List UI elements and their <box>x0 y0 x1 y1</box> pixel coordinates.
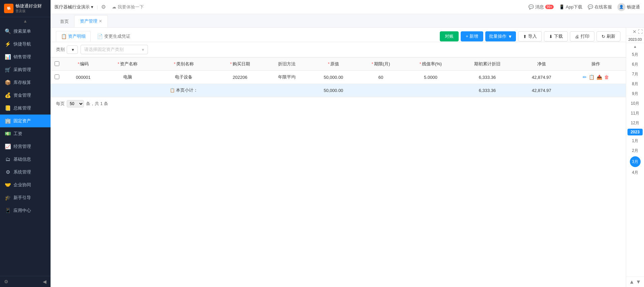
print-button[interactable]: 🖨 打印 <box>570 31 594 41</box>
app-logo-icon: 畅 <box>4 4 13 13</box>
sidebar-item-finance[interactable]: 💰 资金管理 <box>0 89 51 102</box>
messages-button[interactable]: 💬 消息 99+ <box>528 4 554 10</box>
company-selector[interactable]: 医疗器械行业演示 ▾ <box>55 4 93 10</box>
copy-button[interactable]: 📋 <box>589 74 594 80</box>
month-item-10[interactable]: 10月 <box>626 99 644 108</box>
asset-table: *编码 *资产名称 *类别名称 *购买日期 折旧方法 *原值 *期限(月) *残… <box>51 57 626 97</box>
tab-asset-mgmt[interactable]: 资产管理 ✕ <box>74 15 108 27</box>
reconcile-button[interactable]: 对账 <box>440 31 459 41</box>
month-item-1[interactable]: 1月 <box>626 136 644 146</box>
sidebar-item-sales[interactable]: 📊 销售管理 <box>0 51 51 63</box>
edit-button[interactable]: ✏ <box>583 74 587 80</box>
month-item-4[interactable]: 4月 <box>626 168 644 178</box>
ledger-icon: 📒 <box>5 105 11 111</box>
month-item-2[interactable]: 2月 <box>626 146 644 156</box>
tab-asset-mgmt-label: 资产管理 <box>80 18 97 24</box>
new-button[interactable]: + 新增 <box>461 31 483 41</box>
right-panel: ✕ ⛶ 2023.03 ▲ 5月 6月 7月 8月 9月 10月 11月 12月… <box>626 28 644 287</box>
sidebar-nav: ▲ 🔍 搜索菜单 ⚡ 快捷导航 📊 销售管理 🛒 采购管理 📦 库存核算 💰 资… <box>0 17 51 276</box>
month-item-8[interactable]: 8月 <box>626 79 644 89</box>
subtotal-original-value: 50,000.00 <box>309 84 358 97</box>
month-item-3[interactable]: 3月 <box>630 156 641 167</box>
right-panel-close-icon[interactable]: ✕ <box>633 29 637 34</box>
settings-icon[interactable]: ⚙ <box>4 279 8 284</box>
sidebar-scroll-up[interactable]: ▲ <box>0 17 51 25</box>
sidebar-item-label: 固定资产 <box>13 118 31 124</box>
month-item-12[interactable]: 12月 <box>626 118 644 128</box>
quicknav-icon: ⚡ <box>5 41 11 47</box>
category-input[interactable]: 请选择固定资产类别 ▾ <box>81 45 148 54</box>
online-service-button[interactable]: 💬 在线客服 <box>588 4 612 10</box>
sub-tab-asset-detail[interactable]: 📋 资产明细 <box>56 31 91 42</box>
refresh-button[interactable]: ↻ 刷新 <box>596 31 620 41</box>
export-button[interactable]: 📤 <box>596 74 602 80</box>
row-checkbox-cell <box>51 71 63 84</box>
sidebar-item-ledger[interactable]: 📒 总账管理 <box>0 102 51 115</box>
messages-icon: 💬 <box>528 4 534 9</box>
month-item-5[interactable]: 5月 <box>626 50 644 60</box>
collapse-icon[interactable]: ◀ <box>43 279 47 284</box>
per-page-select[interactable]: 50 10 20 100 <box>67 100 84 107</box>
col-period-months: *期限(月) <box>358 58 404 71</box>
month-prev-button[interactable]: ▲ <box>629 279 635 285</box>
sidebar-item-label: 新手引导 <box>13 195 31 201</box>
payroll-icon: 💵 <box>5 131 11 137</box>
print-label: 打印 <box>581 33 589 39</box>
month-item-11[interactable]: 11月 <box>626 108 644 118</box>
sales-icon: 📊 <box>5 54 11 60</box>
topbar-settings-icon[interactable]: ⚙ <box>101 4 106 10</box>
sidebar-item-search[interactable]: 🔍 搜索菜单 <box>0 25 51 38</box>
month-nav-up[interactable]: ▲ <box>626 43 644 50</box>
sidebar-item-quick-nav[interactable]: ⚡ 快捷导航 <box>0 38 51 51</box>
print-icon: 🖨 <box>575 34 579 39</box>
year-2023-label: 2023 <box>627 129 643 135</box>
sidebar-item-label: 总账管理 <box>13 105 31 111</box>
sidebar-bottom: ⚙ ◀ <box>0 276 51 287</box>
content-area: 📋 资产明细 📄 变更生成凭证 对账 + 新增 批量操作 ▼ ⬆ <box>51 28 644 287</box>
feedback-button[interactable]: ☁ 我要体验一下 <box>112 4 144 10</box>
import-button[interactable]: ⬆ 导入 <box>518 31 542 41</box>
pagination: 每页 50 10 20 100 条，共 1 条 <box>51 97 626 110</box>
apps-icon: 📱 <box>5 208 11 214</box>
batch-operations-button[interactable]: 批量操作 ▼ <box>485 31 516 41</box>
download-button[interactable]: ⬇ 下载 <box>544 31 568 41</box>
sidebar-item-operations[interactable]: 📈 经营管理 <box>0 140 51 153</box>
online-service-label: 在线客服 <box>594 4 612 10</box>
month-item-6[interactable]: 6月 <box>626 60 644 69</box>
user-menu[interactable]: 👤 畅捷通 <box>617 3 640 11</box>
sidebar-item-payroll[interactable]: 💵 工资 <box>0 127 51 140</box>
feedback-icon: ☁ <box>112 4 116 9</box>
sidebar-item-enterprise[interactable]: 🤝 企业协同 <box>0 179 51 191</box>
sidebar-item-fixed-assets[interactable]: 🏢 固定资产 <box>0 115 51 127</box>
batch-label: 批量操作 <box>489 33 507 39</box>
delete-button[interactable]: 🗑 <box>604 74 609 80</box>
sidebar-item-inventory[interactable]: 📦 库存核算 <box>0 76 51 89</box>
sidebar-item-label: 资金管理 <box>13 92 31 98</box>
action-buttons: ✏ 📋 📤 🗑 <box>570 74 622 80</box>
sub-tab-generate-voucher[interactable]: 📄 变更生成凭证 <box>92 31 135 42</box>
category-select-dropdown: ▾ <box>72 47 74 52</box>
col-accumulated-depreciation: 期初累计折旧 <box>457 58 517 71</box>
right-panel-expand-icon[interactable]: ⛶ <box>638 29 643 34</box>
app-download-button[interactable]: 📱 App下载 <box>559 4 582 10</box>
month-next-button[interactable]: ▼ <box>636 279 641 285</box>
topbar: 医疗器械行业演示 ▾ | ⚙ ☁ 我要体验一下 💬 消息 99+ 📱 App下载… <box>51 0 644 14</box>
sidebar-item-apps[interactable]: 📱 应用中心 <box>0 204 51 217</box>
filter-bar: 类别 ▾ 请选择固定资产类别 ▾ <box>51 42 626 57</box>
month-item-9[interactable]: 9月 <box>626 89 644 99</box>
sidebar-item-basic-info[interactable]: 🗂 基础信息 <box>0 153 51 166</box>
sidebar-item-system[interactable]: ⚙ 系统管理 <box>0 166 51 179</box>
col-depreciation-method: 折旧方法 <box>265 58 309 71</box>
sidebar: 畅 畅捷通好业财 普及版 ▲ 🔍 搜索菜单 ⚡ 快捷导航 📊 销售管理 🛒 采购… <box>0 0 51 287</box>
sidebar-item-guide[interactable]: 🎓 新手引导 <box>0 191 51 204</box>
sidebar-item-purchase[interactable]: 🛒 采购管理 <box>0 63 51 76</box>
col-residual-rate: *残值率(%) <box>404 58 457 71</box>
row-checkbox[interactable] <box>55 74 59 79</box>
per-page-label: 每页 <box>56 101 65 107</box>
tab-home[interactable]: 首页 <box>55 16 74 27</box>
category-select[interactable]: ▾ <box>67 45 78 54</box>
col-purchase-date: *购买日期 <box>216 58 265 71</box>
tab-close-icon[interactable]: ✕ <box>99 19 102 24</box>
month-item-7[interactable]: 7月 <box>626 69 644 79</box>
select-all-checkbox[interactable] <box>55 61 59 66</box>
